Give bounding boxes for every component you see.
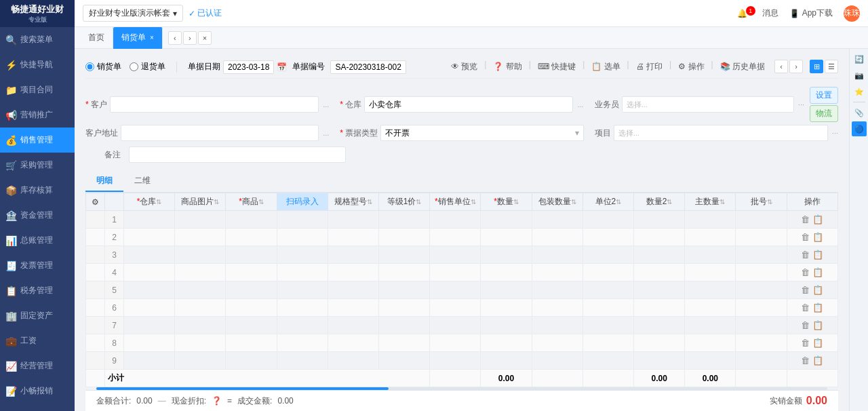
sidebar-item-search[interactable]: 🔍 搜索菜单 (0, 27, 75, 52)
form-prev-button[interactable]: ‹ (774, 60, 788, 73)
tab-detail[interactable]: 明细 (85, 171, 123, 192)
col-sales-unit-header[interactable]: *销售单位⇅ (430, 193, 481, 211)
copy-row-icon[interactable]: 📋 (812, 338, 823, 348)
toolbar-select[interactable]: 📋 选单 (589, 60, 623, 74)
set-button[interactable]: 设置 (810, 87, 838, 104)
salesperson-more-button[interactable]: ··· (798, 100, 804, 109)
remark-input[interactable] (129, 146, 346, 163)
user-profile[interactable]: 珠珠 (844, 5, 860, 22)
copy-row-icon[interactable]: 📋 (812, 285, 823, 295)
detail-tabs: 明细 二维 (85, 171, 838, 193)
table-scrollbar[interactable] (96, 387, 827, 390)
toolbar-help[interactable]: ❓ 帮助 (490, 60, 524, 74)
sidebar-item-reports[interactable]: 📝 小畅报销 (0, 378, 75, 404)
notification-action[interactable]: 🔔 1 消息 (737, 7, 778, 19)
sidebar-item-quick-nav[interactable]: ⚡ 快捷导航 (0, 52, 75, 77)
invoice-chevron-icon: ▾ (575, 128, 579, 138)
delete-row-icon[interactable]: 🗑 (801, 232, 810, 242)
sidebar-item-purchase[interactable]: 🛒 采购管理 (0, 153, 75, 178)
app-download-action[interactable]: 📱 App下载 (789, 7, 833, 19)
form-next-button[interactable]: › (789, 60, 803, 73)
delete-row-icon[interactable]: 🗑 (801, 338, 810, 348)
doc-no-field: 单据编号 SA-20230318-002 (292, 60, 406, 74)
tab-home[interactable]: 首页 (80, 27, 113, 49)
col-batch-header: 批号⇅ (736, 193, 787, 211)
toolbar-print[interactable]: 🖨 打印 (633, 60, 665, 74)
delete-row-icon[interactable]: 🗑 (801, 267, 810, 277)
project-input[interactable]: 选择... (614, 125, 828, 141)
close-tab-button[interactable]: × (198, 31, 212, 45)
list-view-button[interactable]: ☰ (825, 60, 838, 73)
delete-row-icon[interactable]: 🗑 (801, 214, 810, 224)
sidebar-item-sales[interactable]: 💰 销售管理 (0, 128, 75, 153)
sidebar-item-ops[interactable]: 📈 经营管理 (0, 353, 75, 378)
help-icon[interactable]: ❓ (212, 396, 222, 406)
delete-row-icon[interactable]: 🗑 (801, 250, 810, 260)
radio-return-input[interactable] (130, 62, 138, 71)
col-batch-import-header[interactable]: 扫码录入 (277, 193, 328, 211)
right-panel-star[interactable]: ⭐ (852, 84, 867, 99)
sidebar-item-invoice[interactable]: 🧾 发票管理 (0, 253, 75, 278)
toolbar-operations[interactable]: ⚙ 操作 (675, 60, 707, 74)
calendar-icon[interactable]: 📅 (277, 62, 287, 72)
sidebar-item-inventory[interactable]: 📦 库存核算 (0, 178, 75, 203)
company-select[interactable]: 好业财专业版演示帐套 ▾ (83, 5, 183, 22)
warehouse-input[interactable]: 小卖仓库 (364, 96, 573, 113)
copy-row-icon[interactable]: 📋 (812, 214, 823, 224)
delete-row-icon[interactable]: 🗑 (801, 320, 810, 330)
copy-row-icon[interactable]: 📋 (812, 250, 823, 260)
prev-tab-button[interactable]: ‹ (168, 31, 182, 45)
right-panel-active[interactable]: 🔵 (852, 121, 867, 136)
sidebar-item-fixed-assets[interactable]: 🏢 固定资产 (0, 303, 75, 328)
toolbar-shortcuts[interactable]: ⌨ 快捷键 (535, 60, 578, 74)
address-input[interactable] (121, 125, 319, 141)
next-tab-button[interactable]: › (183, 31, 197, 45)
summary-bar: 金额合计: 0.00 — 现金折扣: ❓ = 成交金额: 0.00 实销金额 0… (85, 390, 838, 411)
copy-row-icon[interactable]: 📋 (812, 232, 823, 242)
toolbar-preview[interactable]: 👁 预览 (448, 60, 480, 74)
sidebar-item-accounts[interactable]: 📊 总账管理 (0, 228, 75, 253)
address-more-button[interactable]: ... (323, 129, 329, 137)
sidebar-item-project[interactable]: 📁 项目合同 (0, 77, 75, 102)
delete-row-icon[interactable]: 🗑 (801, 285, 810, 295)
sidebar-item-tax[interactable]: 📋 税务管理 (0, 278, 75, 303)
doc-no-input[interactable]: SA-20230318-002 (330, 60, 406, 74)
doc-date-input[interactable]: 2023-03-18 (223, 60, 274, 74)
col-warehouse-header[interactable]: *仓库⇅ (124, 193, 175, 211)
sidebar-item-labor[interactable]: 💼 工资 (0, 328, 75, 353)
sidebar-item-base[interactable]: ⚙ 基础信息 (0, 404, 75, 411)
radio-sale-order[interactable]: 销货单 (85, 61, 121, 73)
right-panel-attachment[interactable]: 📎 (852, 105, 867, 120)
delete-row-icon[interactable]: 🗑 (801, 355, 810, 366)
scrollbar-thumb[interactable] (96, 387, 389, 390)
grid-view-button[interactable]: ⊞ (810, 60, 823, 73)
delete-row-icon[interactable]: 🗑 (801, 302, 810, 313)
project-more-button[interactable]: ··· (832, 129, 838, 137)
add-logistics-button[interactable]: 物流 (810, 105, 838, 122)
sidebar-item-capital[interactable]: 🏦 资金管理 (0, 203, 75, 228)
col-product-header[interactable]: *商品⇅ (226, 193, 277, 211)
tab-close-icon[interactable]: × (150, 34, 154, 41)
col-settings-header[interactable]: ⚙ (86, 193, 105, 211)
col-quantity-header[interactable]: *数量⇅ (481, 193, 532, 211)
customer-more-button[interactable]: ... (323, 100, 329, 109)
tab-sale-order[interactable]: 销货单 × (113, 27, 163, 49)
invoice-icon: 🧾 (5, 260, 16, 271)
radio-return-order[interactable]: 退货单 (130, 61, 165, 73)
tab-2d[interactable]: 二维 (123, 171, 161, 192)
invoice-select[interactable]: 不开票 ▾ (380, 125, 583, 141)
right-panel-refresh[interactable]: 🔄 (852, 52, 867, 66)
main-content: 销货单 退货单 单据日期 2023-03-18 📅 (75, 49, 849, 411)
toolbar-history[interactable]: 📚 历史单据 (717, 60, 768, 74)
copy-row-icon[interactable]: 📋 (812, 355, 823, 366)
salesperson-input[interactable]: 选择... (622, 96, 794, 113)
copy-row-icon[interactable]: 📋 (812, 320, 823, 330)
right-panel-camera[interactable]: 📷 (852, 68, 867, 83)
customer-input[interactable] (110, 96, 319, 113)
sidebar-item-marketing[interactable]: 📢 营销推广 (0, 102, 75, 128)
copy-row-icon[interactable]: 📋 (812, 302, 823, 313)
warehouse-more-button[interactable]: ... (577, 100, 583, 109)
sidebar: 畅捷通好业财 专业版 🔍 搜索菜单 ⚡ 快捷导航 📁 项目合同 📢 营销推广 💰… (0, 0, 75, 411)
copy-row-icon[interactable]: 📋 (812, 267, 823, 277)
radio-sale-input[interactable] (85, 62, 94, 71)
